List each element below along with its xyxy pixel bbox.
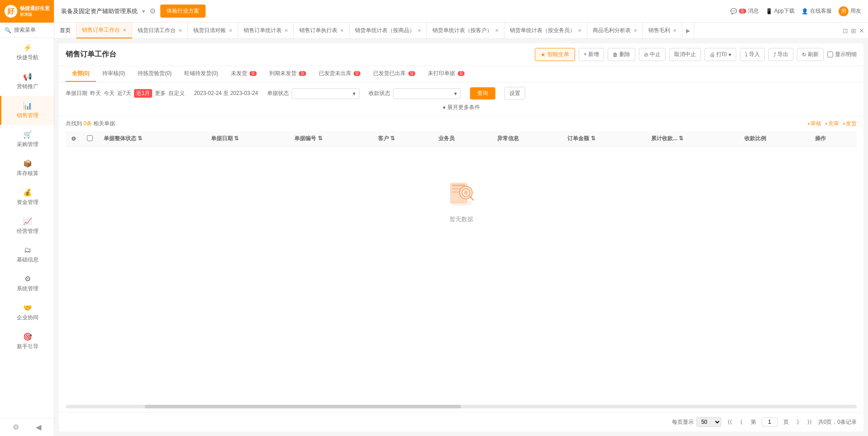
sidebar-item-search[interactable]: 🔍 搜索菜单	[0, 23, 54, 38]
tab-restore-icon[interactable]: ⊡	[843, 27, 848, 34]
tab-gross-margin-close[interactable]: ✕	[633, 28, 637, 33]
settings-bottom-icon[interactable]: ⚙	[13, 423, 19, 431]
sidebar-item-purchase[interactable]: 🛒 采购管理	[0, 125, 54, 154]
tab-sales-exec[interactable]: 销售订单执行表 ✕	[294, 23, 350, 38]
th-doc-status[interactable]: 单据整体状态 ⇅	[98, 131, 206, 147]
show-detail-label[interactable]: 显示明细	[827, 51, 857, 58]
th-customer[interactable]: 客户 ⇅	[373, 131, 433, 147]
sidebar-item-inventory[interactable]: 📦 库存核算	[0, 154, 54, 183]
quick-ship-button[interactable]: 发货	[843, 120, 857, 128]
collapse-icon[interactable]: ◀	[36, 423, 41, 431]
sub-tab-wangpu[interactable]: 旺铺待发货(0)	[178, 66, 225, 82]
app-download-action[interactable]: 📱 App下载	[766, 7, 795, 15]
dropdown-arrow-icon[interactable]: ▾	[142, 8, 145, 14]
expand-filter-button[interactable]: ▾ 展开更多条件	[443, 104, 480, 111]
tab-sales-stat-close[interactable]: ✕	[284, 28, 288, 33]
show-detail-checkbox[interactable]	[827, 52, 833, 57]
import-button[interactable]: ⤵ 导入	[740, 48, 765, 61]
date-option-more[interactable]: 更多	[155, 90, 166, 97]
sub-tab-shipped-no-out[interactable]: 已发货未出库 0	[312, 66, 367, 82]
sub-tab-overdue[interactable]: 到期未发货 0	[263, 66, 312, 82]
sidebar-item-business[interactable]: 📈 经营管理	[0, 212, 54, 241]
sidebar-item-guide[interactable]: 🎯 新手引导	[0, 327, 54, 356]
sidebar-item-basic-info[interactable]: 🗂 基础信息	[0, 241, 54, 269]
quick-unreview-button[interactable]: 充审	[825, 120, 839, 128]
th-settings[interactable]: ⚙	[66, 131, 82, 147]
add-button[interactable]: + 新增	[579, 48, 604, 61]
tab-cash-reconcile[interactable]: 钱货日清对账 ✕	[188, 23, 238, 38]
tab-sales-staff[interactable]: 销货单统计表（按业务员） ✕	[504, 23, 587, 38]
sub-tab-all[interactable]: 全部(0)	[66, 66, 96, 82]
th-doc-date[interactable]: 单据日期 ⇅	[206, 131, 289, 147]
th-checkbox[interactable]	[82, 131, 98, 147]
quick-review-button[interactable]: 审核	[807, 120, 821, 128]
tab-home[interactable]: 首页	[54, 23, 77, 38]
th-doc-no[interactable]: 单据编号 ⇅	[289, 131, 373, 147]
date-option-today[interactable]: 今天	[104, 90, 115, 97]
date-option-custom[interactable]: 自定义	[168, 90, 185, 97]
date-option-1month[interactable]: 近1月	[134, 89, 153, 98]
tab-sales-profit[interactable]: 销售毛利 ✕	[643, 23, 682, 38]
tab-sales-order-close[interactable]: ✕	[123, 28, 126, 33]
payment-select[interactable]: ▾	[393, 88, 461, 99]
page-input[interactable]	[762, 417, 778, 427]
query-button[interactable]: 查询	[470, 87, 495, 100]
sub-tab-shipped-out[interactable]: 已发货已出库 0	[367, 66, 422, 82]
smart-order-button[interactable]: ★ 智能生单	[535, 48, 575, 61]
select-all-checkbox[interactable]	[87, 135, 93, 141]
stop-button[interactable]: ⊘ 中止	[639, 48, 666, 61]
message-action[interactable]: 💬 6 消息	[730, 7, 759, 15]
per-page-select[interactable]: 50 100 200	[696, 417, 721, 427]
print-button[interactable]: 🖨 打印 ▾	[705, 48, 736, 61]
sub-tab-unshipped[interactable]: 未发货 0	[225, 66, 263, 82]
setting-button[interactable]: 设置	[504, 87, 525, 100]
experience-button[interactable]: 体验行业方案	[160, 5, 206, 18]
tab-sales-product[interactable]: 销货单统计表（按商品） ✕	[350, 23, 427, 38]
scroll-thumb[interactable]	[145, 405, 461, 408]
tab-sales-order[interactable]: 销售订单工作台 ✕	[77, 23, 132, 38]
last-page-btn[interactable]: ⟩⟩	[805, 418, 815, 426]
tab-sales-product-close[interactable]: ✕	[417, 28, 421, 33]
sidebar-item-cooperation[interactable]: 🤝 企业协同	[0, 298, 54, 327]
tab-more-button[interactable]: ▶	[682, 23, 694, 38]
sub-tab-pending-pickup[interactable]: 待拣货验货(0)	[131, 66, 178, 82]
sidebar-item-system[interactable]: ⚙ 系统管理	[0, 269, 54, 298]
tab-sales-stat[interactable]: 销售订单统计表 ✕	[238, 23, 294, 38]
sidebar-item-quick-nav[interactable]: ⚡ 快捷导航	[0, 38, 54, 67]
first-page-btn[interactable]: ⟨⟨	[725, 418, 735, 426]
th-staff[interactable]: 业务员	[433, 131, 492, 147]
prev-page-btn[interactable]: ⟨	[738, 418, 745, 426]
next-page-btn[interactable]: ⟩	[794, 418, 802, 426]
finance-label: 资金管理	[17, 199, 38, 206]
sidebar-item-sales[interactable]: 📊 销售管理	[0, 96, 54, 125]
cancel-stop-button[interactable]: 取消中止	[669, 48, 701, 61]
th-order-amount[interactable]: 订单金额 ⇅	[562, 131, 646, 147]
date-option-yesterday[interactable]: 昨天	[90, 90, 101, 97]
sidebar-item-marketing[interactable]: 📢 营销推广	[0, 67, 54, 96]
tab-sales-customer[interactable]: 销货单统计表（按客户） ✕	[427, 23, 504, 38]
tab-close-all-icon[interactable]: ✕	[859, 27, 864, 34]
user-action[interactable]: 用 用友	[839, 6, 861, 16]
th-anomaly[interactable]: 异常信息	[492, 131, 562, 147]
status-select[interactable]: ▾	[292, 88, 360, 99]
sub-tab-unprinted[interactable]: 未打印单据 0	[422, 66, 471, 82]
tab-sales-customer-close[interactable]: ✕	[495, 28, 499, 33]
tab-cash-daily[interactable]: 钱货日清工作台 ✕	[132, 23, 188, 38]
th-accumulated[interactable]: 累计收款... ⇅	[646, 131, 739, 147]
tab-maximize-icon[interactable]: ⊞	[851, 27, 856, 34]
refresh-button[interactable]: ↻ 刷新	[797, 48, 824, 61]
online-service-action[interactable]: 👤 在线客服	[801, 7, 832, 15]
date-option-7days[interactable]: 近7天	[117, 90, 131, 97]
tab-sales-exec-close[interactable]: ✕	[340, 28, 344, 33]
tab-cash-daily-close[interactable]: ✕	[178, 28, 182, 33]
tab-gross-margin[interactable]: 商品毛利分析表 ✕	[587, 23, 643, 38]
tab-sales-staff-close[interactable]: ✕	[578, 28, 581, 33]
tab-cash-reconcile-close[interactable]: ✕	[229, 28, 232, 33]
header-settings-icon[interactable]: ⚙	[149, 7, 156, 15]
export-button[interactable]: ⤴ 导出	[768, 48, 793, 61]
delete-button[interactable]: 🗑 删除	[608, 48, 635, 61]
horizontal-scrollbar[interactable]	[66, 405, 857, 408]
sub-tab-pending-review[interactable]: 待审核(0)	[96, 66, 132, 82]
sidebar-item-finance[interactable]: 💰 资金管理	[0, 183, 54, 212]
tab-sales-profit-close[interactable]: ✕	[673, 28, 676, 33]
